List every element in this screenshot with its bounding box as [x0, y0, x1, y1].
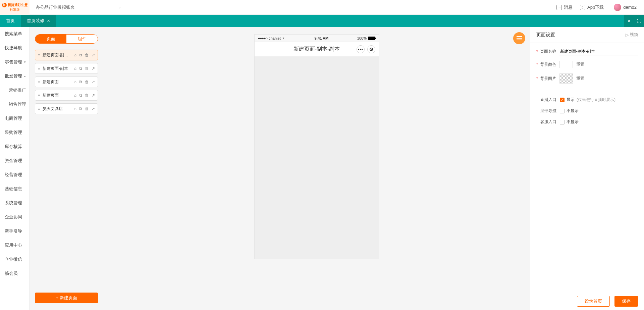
sidebar-item[interactable]: 采购管理	[0, 125, 29, 140]
home-icon[interactable]: ⌂	[74, 80, 76, 84]
bg-color-label: 背景颜色	[540, 62, 559, 67]
drag-icon[interactable]: ≡	[38, 107, 40, 111]
bg-image-label: 背景图片	[540, 76, 559, 82]
copy-icon[interactable]: ⧉	[79, 66, 82, 71]
sidebar-item[interactable]: 基础信息	[0, 182, 29, 196]
bottom-nav-notshow-label: 不显示	[567, 108, 579, 114]
page-row[interactable]: ≡新建页面⌂⧉🗑↗	[35, 90, 98, 101]
tab-home-decor[interactable]: 首页装修 ✕	[21, 15, 56, 27]
sidebar-item[interactable]: 销售管理	[0, 97, 29, 111]
delete-icon[interactable]: 🗑	[85, 106, 89, 111]
video-link[interactable]: ▷ 视频	[626, 32, 638, 38]
phone-icon: ▯	[580, 5, 585, 10]
live-entry-hint: (仅当进行直播时展示)	[577, 97, 615, 103]
segment-components[interactable]: 组件	[66, 35, 98, 43]
drag-icon[interactable]: ≡	[38, 80, 40, 84]
bottom-nav-checkbox[interactable]	[560, 109, 565, 113]
service-entry-checkbox[interactable]	[560, 120, 565, 124]
sidebar-item[interactable]: 系统管理	[0, 196, 29, 210]
sidebar-item[interactable]: 应用中心	[0, 238, 29, 252]
phone-carrier: chanjet	[269, 36, 280, 40]
save-button[interactable]: 保存	[614, 296, 638, 307]
drag-icon[interactable]: ≡	[38, 67, 40, 70]
avatar	[614, 4, 621, 11]
share-icon[interactable]: ↗	[92, 66, 95, 71]
drag-icon[interactable]: ≡	[38, 94, 40, 97]
sidebar-item[interactable]: 企业微信	[0, 252, 29, 266]
logo-icon: b	[2, 3, 7, 7]
sidebar-item[interactable]: 新手引导	[0, 224, 29, 238]
sidebar-item[interactable]: 电商管理	[0, 111, 29, 125]
page-row[interactable]: ≡新建页面⌂⧉🗑↗	[35, 76, 98, 87]
copy-icon[interactable]: ⧉	[79, 93, 82, 98]
share-icon[interactable]: ↗	[92, 106, 95, 111]
account-selector[interactable]: 办公品行业模拟账套 ⌄	[36, 4, 121, 10]
bg-image-swatch[interactable]	[559, 73, 573, 84]
sidebar-item[interactable]: 库存核算	[0, 140, 29, 154]
sidebar-item[interactable]: 经营管理	[0, 168, 29, 182]
home-icon[interactable]: ⌂	[74, 66, 76, 71]
account-selector-label: 办公品行业模拟账套	[36, 4, 75, 10]
close-icon[interactable]: ✕	[47, 19, 50, 23]
sidebar-item[interactable]: 畅会员	[0, 266, 29, 280]
home-icon[interactable]: ⌂	[74, 93, 76, 98]
home-icon[interactable]: ⌂	[74, 53, 76, 57]
segment-pages[interactable]: 页面	[35, 35, 66, 43]
sidebar-item[interactable]: 搜索菜单	[0, 27, 29, 41]
share-icon[interactable]: ↗	[92, 80, 95, 84]
messages-button[interactable]: ⋯ 消息	[556, 4, 573, 10]
tabs-close-all-button[interactable]: ✕	[624, 15, 634, 27]
tab-label: 首页装修	[27, 18, 44, 24]
drag-icon[interactable]: ≡	[38, 53, 40, 57]
page-row-name: 新建页面-副本	[43, 66, 71, 71]
live-entry-checkbox[interactable]: ✓	[560, 98, 565, 102]
page-row[interactable]: ≡新建页面-副本⌂⧉🗑↗	[35, 63, 98, 74]
required-mark: *	[536, 49, 538, 54]
sidebar-item[interactable]: 企业协同	[0, 210, 29, 224]
page-row-name: 新建页面-副本...	[43, 52, 71, 58]
phone-preview: ●●●●○ chanjet ᯤ 9:41 AM 100% 新建页面-副本-副本	[254, 34, 379, 259]
chevron-down-icon: ⌄	[118, 5, 121, 9]
sidebar-item[interactable]: 零售管理▾	[0, 55, 29, 69]
tab-label: 首页	[6, 18, 15, 24]
delete-icon[interactable]: 🗑	[85, 53, 89, 57]
logo[interactable]: b 畅捷通好生意 标准版	[0, 0, 30, 15]
bg-color-reset[interactable]: 重置	[576, 62, 584, 67]
sidebar-item[interactable]: 批发管理▴	[0, 69, 29, 83]
segment-control: 页面 组件	[35, 34, 98, 44]
page-name-input[interactable]	[559, 48, 638, 55]
page-row[interactable]: ≡昊天文具店⌂⧉🗑↗	[35, 103, 98, 114]
copy-icon[interactable]: ⧉	[79, 106, 82, 111]
wifi-icon: ᯤ	[282, 36, 286, 40]
new-page-button[interactable]: + 新建页面	[35, 293, 98, 303]
required-mark: *	[536, 62, 538, 67]
miniapp-close-button[interactable]	[367, 45, 375, 53]
live-entry-show-label: 显示	[567, 97, 575, 103]
share-icon[interactable]: ↗	[92, 53, 95, 57]
miniapp-more-button[interactable]: •••	[357, 45, 365, 53]
sidebar-item[interactable]: 营销推广	[0, 83, 29, 97]
tab-home[interactable]: 首页	[0, 15, 21, 27]
set-home-button[interactable]: 设为首页	[577, 296, 610, 307]
sidebar-item[interactable]: 资金管理	[0, 154, 29, 168]
user-menu[interactable]: demo2	[611, 4, 637, 11]
delete-icon[interactable]: 🗑	[85, 66, 89, 71]
bg-image-reset[interactable]: 重置	[576, 76, 584, 82]
copy-icon[interactable]: ⧉	[79, 53, 82, 57]
page-row[interactable]: ≡新建页面-副本...⌂⧉🗑↗	[35, 50, 98, 60]
tab-strip: 首页 首页装修 ✕ ✕ ⛶	[0, 15, 644, 27]
logo-version: 标准版	[10, 7, 20, 12]
delete-icon[interactable]: 🗑	[85, 93, 89, 98]
preview-canvas: ●●●●○ chanjet ᯤ 9:41 AM 100% 新建页面-副本-副本	[103, 27, 530, 310]
home-icon[interactable]: ⌂	[74, 106, 76, 111]
bg-color-swatch[interactable]	[559, 61, 573, 68]
canvas-menu-button[interactable]	[513, 32, 525, 44]
copy-icon[interactable]: ⧉	[79, 80, 82, 84]
delete-icon[interactable]: 🗑	[85, 80, 89, 84]
app-download-button[interactable]: ▯ App下载	[580, 4, 604, 10]
share-icon[interactable]: ↗	[92, 93, 95, 98]
sidebar-item[interactable]: 快捷导航	[0, 41, 29, 55]
fullscreen-button[interactable]: ⛶	[634, 15, 644, 27]
page-list-column: 页面 组件 ≡新建页面-副本...⌂⧉🗑↗≡新建页面-副本⌂⧉🗑↗≡新建页面⌂⧉…	[30, 27, 103, 310]
signal-icon: ●●●●○	[258, 36, 267, 40]
